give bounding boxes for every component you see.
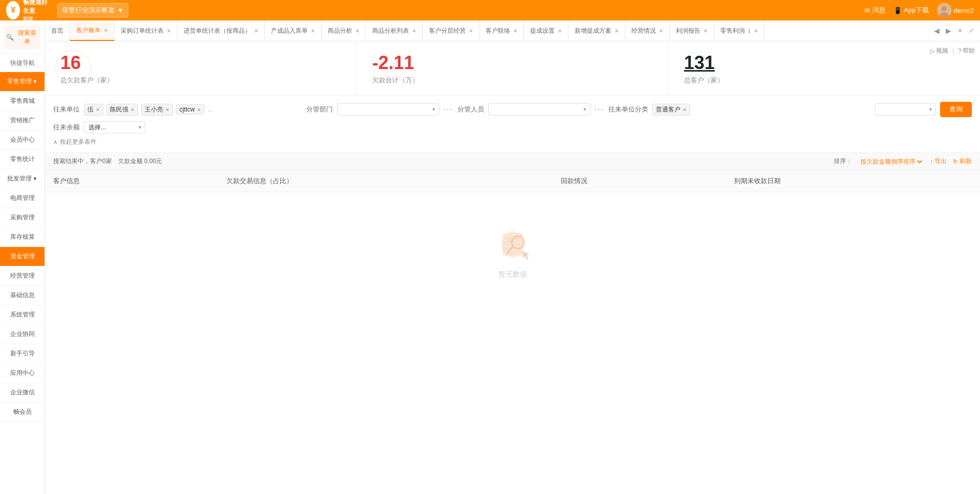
sidebar-item-wholesale-mgmt[interactable]: 批发管理 ▼	[0, 169, 44, 189]
svg-rect-8	[687, 60, 692, 78]
tab-incoming-stats[interactable]: 进货单统计表（按商品） ✕	[177, 20, 265, 41]
person-select-wrap	[488, 103, 590, 116]
sort-select[interactable]: 按欠款金额倒序排序	[858, 158, 924, 166]
tab-customer-contact[interactable]: 客户联络 ✕	[480, 20, 524, 41]
tab-close-production-storage[interactable]: ✕	[311, 28, 315, 34]
unit-tag-1-close[interactable]: ✕	[130, 107, 134, 113]
table-empty-row: 暂无数据	[45, 192, 980, 310]
tab-profit-report[interactable]: 利润报告 ✕	[670, 20, 714, 41]
tab-prev-button[interactable]: ◀	[932, 26, 942, 36]
tab-close-retail-profit[interactable]: ✕	[754, 28, 758, 34]
logo-text: 畅捷通好生意 标版	[23, 0, 51, 23]
tab-production-storage[interactable]: 产成品入库单 ✕	[265, 20, 322, 41]
sidebar-item-member-center[interactable]: 会员中心	[0, 130, 44, 150]
dept-select-wrap	[337, 103, 439, 116]
unit-tag-2-close[interactable]: ✕	[165, 107, 169, 113]
table-body: 暂无数据	[45, 192, 980, 310]
dept-select[interactable]	[337, 103, 439, 116]
person-more-btn[interactable]: ···	[595, 105, 604, 114]
svg-marker-17	[523, 251, 530, 260]
sidebar-item-retail-mgmt[interactable]: 零售管理 ▼	[0, 72, 44, 92]
unit-class-select[interactable]	[875, 103, 936, 116]
tab-close-customer-segment[interactable]: ✕	[469, 28, 473, 34]
tab-next-button[interactable]: ▶	[944, 26, 953, 36]
tab-close-product-analysis[interactable]: ✕	[355, 28, 359, 34]
sidebar-item-member[interactable]: 畅会员	[0, 402, 44, 422]
empty-icon	[492, 223, 533, 264]
search-menu-button[interactable]: 🔍 搜索菜单	[4, 26, 40, 49]
col-repayment: 回款情况	[553, 170, 726, 192]
tab-close-purchase-order[interactable]: ✕	[167, 28, 171, 34]
unit-tag-0: 伍 ✕	[84, 104, 103, 116]
tab-home[interactable]: 首页	[45, 20, 70, 41]
sidebar-item-marketing[interactable]: 营销推广	[0, 111, 44, 130]
tab-promo-settings[interactable]: 提成设置 ✕	[524, 20, 568, 41]
sidebar-item-retail-mall[interactable]: 零售商城	[0, 92, 44, 111]
tab-purchase-order[interactable]: 采购订单统计表 ✕	[115, 20, 177, 41]
tab-close-product-analysis-list[interactable]: ✕	[412, 28, 416, 34]
tab-close-add-promo-plan[interactable]: ✕	[614, 28, 619, 34]
app-download-btn[interactable]: 📱 App下载	[894, 6, 929, 15]
svg-text:✦: ✦	[380, 66, 390, 79]
sidebar-item-sys-mgmt[interactable]: 系统管理	[0, 305, 44, 325]
quick-nav-link[interactable]: 快捷导航	[4, 59, 40, 68]
unit-filter-label: 往来单位	[53, 105, 80, 114]
sidebar-item-enterprise-collab[interactable]: 企业协同	[0, 325, 44, 344]
balance-select[interactable]: 选择...	[84, 121, 145, 133]
unit-tag-0-close[interactable]: ✕	[96, 107, 100, 113]
chevron-down-icon: ▼	[117, 7, 124, 14]
sidebar-item-purchase-mgmt[interactable]: 采购管理	[0, 208, 44, 228]
tab-close-promo-settings[interactable]: ✕	[558, 28, 562, 34]
sidebar-item-basic-info[interactable]: 基础信息	[0, 286, 44, 305]
help-link[interactable]: ? 帮助	[958, 47, 975, 55]
sidebar-item-inventory[interactable]: 库存核算	[0, 228, 44, 247]
sidebar-item-newcomer-guide[interactable]: 新手引导	[0, 344, 44, 364]
balance-select-wrap: 选择...	[84, 121, 145, 133]
tab-product-analysis-list[interactable]: 商品分析列表 ✕	[366, 20, 423, 41]
tab-customer-book[interactable]: 客户账本 ✕	[70, 20, 115, 41]
amount-label: 欠款金额 0.00元	[118, 157, 163, 166]
collapse-button[interactable]: ∧ 收起更多条件	[53, 138, 972, 146]
balance-filter-label: 往来余额	[53, 123, 80, 132]
tab-operation-status[interactable]: 经营情况 ✕	[625, 20, 670, 41]
tab-close-customer-book[interactable]: ✕	[104, 28, 108, 33]
sidebar-item-app-center[interactable]: 应用中心	[0, 364, 44, 383]
tab-bar-actions: ◀ ▶ ✕ ⤢	[928, 26, 980, 36]
stat-overdue-amount: ✦ -2.11 欠款合计（万）	[356, 41, 668, 95]
unit-tag-2: 王小亮 ✕	[141, 104, 173, 116]
sidebar-item-enterprise-wechat[interactable]: 企业微信	[0, 383, 44, 402]
person-select[interactable]	[488, 103, 590, 116]
refresh-btn[interactable]: ↻ 刷新	[953, 157, 972, 166]
user-profile-btn[interactable]: demo2	[937, 3, 974, 17]
video-link[interactable]: ▷ 视频	[930, 47, 948, 55]
tab-close-all-button[interactable]: ✕	[955, 26, 965, 35]
sidebar-item-ops-mgmt[interactable]: 经营管理	[0, 266, 44, 286]
dept-more-btn[interactable]: ···	[443, 105, 453, 114]
table-header-row: 客户信息 欠款交易信息（占比） 回款情况 到期未收款日期	[45, 170, 980, 192]
tab-customer-segment[interactable]: 客户分层经营 ✕	[423, 20, 480, 41]
message-btn[interactable]: ✉ 消息	[864, 6, 885, 15]
col-customer-info: 客户信息	[45, 170, 218, 192]
page-inner: ¥ 16 总欠款客户（家） ✦ -2.11 欠款合计（万）	[45, 41, 980, 494]
company-selector[interactable]: 母婴行业演示帐套 ▼	[57, 3, 128, 17]
tab-close-incoming-stats[interactable]: ✕	[254, 28, 258, 34]
message-icon: ✉	[864, 7, 870, 14]
export-btn[interactable]: ↑ 导出	[930, 157, 947, 166]
tab-close-operation-status[interactable]: ✕	[659, 28, 663, 34]
tab-product-analysis[interactable]: 商品分析 ✕	[322, 20, 366, 41]
sidebar-item-finance-mgmt[interactable]: 资金管理	[0, 247, 44, 266]
unit-class-tag-0-close[interactable]: ✕	[682, 107, 687, 113]
more-tags-btn[interactable]: ...	[208, 106, 213, 113]
sidebar-item-retail-stats[interactable]: 零售统计	[0, 150, 44, 169]
table-header: 客户信息 欠款交易信息（占比） 回款情况 到期未收款日期	[45, 170, 980, 192]
tab-add-promo-plan[interactable]: 新增提成方案 ✕	[568, 20, 625, 41]
chevron-down-icon: ▼	[33, 176, 38, 182]
tab-close-customer-contact[interactable]: ✕	[513, 28, 517, 34]
unit-tag-3-close[interactable]: ✕	[197, 107, 201, 113]
tab-close-profit-report[interactable]: ✕	[703, 28, 708, 34]
sidebar-item-ecommerce-mgmt[interactable]: 电商管理	[0, 189, 44, 208]
tab-retail-profit[interactable]: 零售利润（ ✕	[714, 20, 765, 41]
query-button[interactable]: 查询	[940, 102, 972, 117]
logo-icon: ¥	[6, 1, 20, 19]
tab-expand-button[interactable]: ⤢	[967, 26, 976, 35]
